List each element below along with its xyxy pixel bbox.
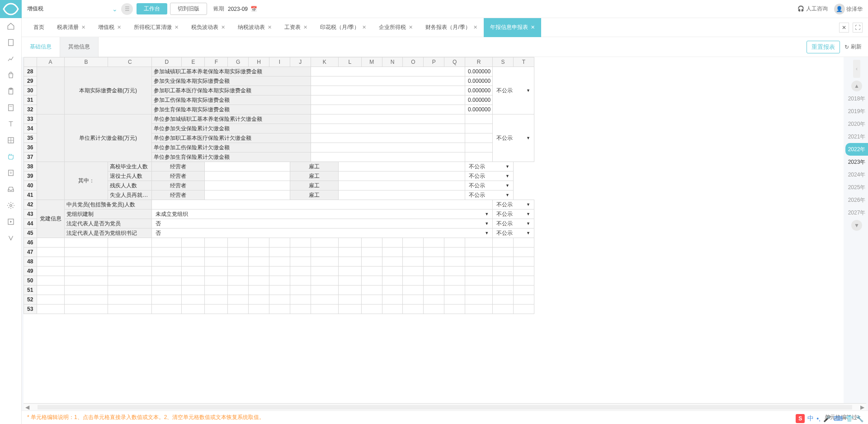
cell[interactable] [311,305,338,314]
cell[interactable] [444,276,465,286]
cell[interactable] [424,267,444,276]
disclose-dropdown[interactable]: 不公示▼ [495,210,532,218]
cell[interactable] [403,267,424,276]
cell[interactable] [513,238,534,248]
cell[interactable] [311,276,338,286]
workbench-button[interactable]: 工作台 [137,3,167,14]
group-cell[interactable]: 本期实际缴费金额(万元) [64,67,152,114]
tab-0[interactable]: 首页 [27,18,51,37]
tab-5[interactable]: 纳税波动表✕ [231,18,278,37]
cell[interactable] [444,238,465,248]
cell[interactable] [182,267,205,276]
cell[interactable] [205,238,228,248]
cell[interactable] [108,248,152,257]
value-cell[interactable]: 0.000000 [465,105,492,114]
cell[interactable] [493,276,514,286]
row-header-31[interactable]: 31 [24,95,37,105]
cell[interactable] [64,248,108,257]
cell[interactable] [444,305,465,314]
year-2023年[interactable]: 2023年 [845,156,868,168]
year-2026年[interactable]: 2026年 [845,194,868,206]
cell[interactable] [424,286,444,295]
select-all-cell[interactable] [24,57,37,67]
disclose-cell[interactable]: 不公示▼ [465,172,513,181]
cell[interactable] [465,305,492,314]
cell[interactable] [382,248,403,257]
value-dropdown[interactable]: 未成立党组织▼ [154,210,491,218]
col-header-H[interactable]: H [249,57,269,67]
cell[interactable] [205,305,228,314]
cell[interactable] [465,238,492,248]
cell[interactable] [64,276,108,286]
year-2020年[interactable]: 2020年 [845,118,868,130]
cell[interactable] [228,286,249,295]
close-icon[interactable]: ✕ [117,24,121,30]
row-header-45[interactable]: 45 [24,229,37,238]
col-header-N[interactable]: N [382,57,403,67]
employee-cell[interactable]: 雇工 [290,162,338,172]
detail-cell[interactable]: 参加职工基本医疗保险本期实际缴费金额 [152,86,311,95]
cell[interactable] [269,305,290,314]
cell[interactable] [37,257,64,267]
cell[interactable] [152,257,182,267]
item-cell[interactable]: 中共党员(包括预备党员)人数 [64,200,152,210]
cell[interactable] [108,238,152,248]
year-2019年[interactable]: 2019年 [845,105,868,118]
operator-cell[interactable]: 经营者 [152,191,205,200]
row-header-35[interactable]: 35 [24,133,37,143]
cell[interactable] [290,257,311,267]
year-2021年[interactable]: 2021年 [845,130,868,143]
cell[interactable] [182,286,205,295]
ime-badge-icon[interactable]: S [796,414,805,423]
cell[interactable] [228,276,249,286]
ime-lang[interactable]: 中 [807,414,814,423]
cell[interactable] [37,276,64,286]
cell[interactable] [424,295,444,305]
cell[interactable] [182,305,205,314]
cell[interactable] [228,257,249,267]
col-header-I[interactable]: I [269,57,290,67]
value-cell[interactable]: 0.000000 [465,86,492,95]
row-header-39[interactable]: 39 [24,172,37,181]
close-icon[interactable]: ✕ [409,24,413,30]
value-input[interactable] [338,172,465,181]
cell[interactable] [338,238,361,248]
cell[interactable] [403,257,424,267]
cell[interactable] [513,295,534,305]
operator-cell[interactable]: 经营者 [152,162,205,172]
cell[interactable] [269,238,290,248]
cell[interactable] [228,238,249,248]
disclose-dropdown[interactable]: 不公示▼ [467,182,511,190]
col-header-J[interactable]: J [290,57,311,67]
cell[interactable] [290,276,311,286]
cell[interactable] [424,257,444,267]
value-cell[interactable]: 0.000000 [465,95,492,105]
cell[interactable] [382,267,403,276]
cell[interactable] [361,276,382,286]
cell[interactable] [205,257,228,267]
disclose-cell[interactable]: 不公示▼ [493,229,534,238]
value-input[interactable] [311,124,465,133]
cell[interactable] [108,267,152,276]
cell[interactable] [513,257,534,267]
cell[interactable] [152,286,182,295]
detail-cell[interactable]: 参加失业保险本期实际缴费金额 [152,76,311,86]
value-input[interactable] [311,86,465,95]
help-link[interactable]: 🎧 人工咨询 [797,5,827,13]
cell[interactable] [382,238,403,248]
value-input[interactable] [338,162,465,172]
cell[interactable] [444,267,465,276]
cell[interactable] [290,238,311,248]
cell[interactable] [290,305,311,314]
wide-value-cell[interactable]: 否▼ [152,219,493,229]
cell[interactable] [311,286,338,295]
tab-1[interactable]: 税表清册✕ [51,18,92,37]
cell[interactable] [108,295,152,305]
ime-tool-icon[interactable]: 🔧 [856,415,863,422]
nav-v-icon[interactable] [0,230,22,246]
cell[interactable] [338,295,361,305]
year-2024年[interactable]: 2024年 [845,168,868,181]
group-cell[interactable]: 党建信息 [37,200,64,238]
cell[interactable] [290,295,311,305]
cell[interactable] [444,295,465,305]
